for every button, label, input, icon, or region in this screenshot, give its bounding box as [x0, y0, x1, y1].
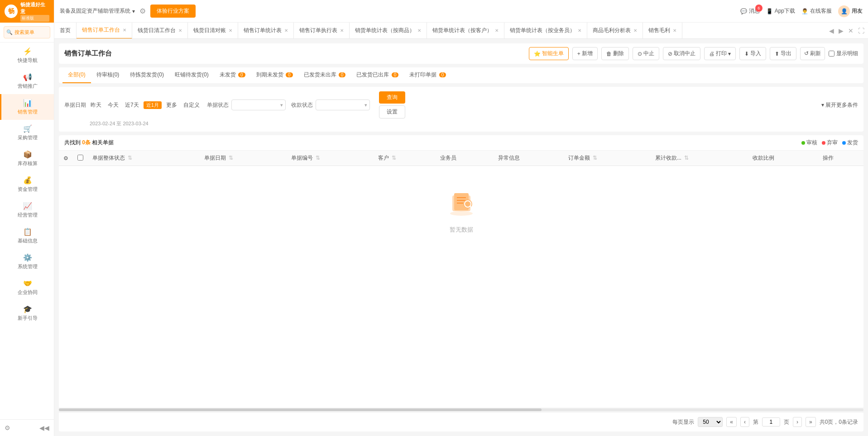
- import-button[interactable]: ⬇ 导入: [739, 47, 766, 60]
- system-title-dropdown[interactable]: 装备及固定资产辅助管理系统 ▾: [60, 7, 135, 15]
- cancel-pause-button[interactable]: ⊘ 取消中止: [663, 47, 700, 60]
- date-opt-7days[interactable]: 近7天: [123, 100, 141, 110]
- sidebar-item-operation[interactable]: 📈 经营管理: [0, 197, 54, 223]
- payment-select[interactable]: [316, 100, 370, 110]
- tab-sales-stat-customer-close[interactable]: ✕: [495, 28, 499, 33]
- subtab-pending-delivery[interactable]: 待拣货发货(0): [125, 67, 169, 83]
- expand-filter-button[interactable]: ▾ 展开更多条件: [821, 101, 858, 109]
- subtab-not-printed[interactable]: 未打印单据 0: [404, 67, 451, 83]
- prev-page-button[interactable]: ‹: [740, 417, 749, 427]
- tab-profit-analysis[interactable]: 商品毛利分析表 ✕: [587, 23, 643, 39]
- message-button[interactable]: 💬 消息 6: [740, 7, 760, 15]
- import-icon: ⬇: [744, 51, 749, 57]
- tab-cash-reconcile[interactable]: 钱货日清对账 ✕: [188, 23, 238, 39]
- tab-cash-daily[interactable]: 钱货日清工作台 ✕: [132, 23, 188, 39]
- subtab-pending[interactable]: 待审核(0): [91, 67, 125, 83]
- tabbar-controls: ◀ ▶ ✕ ⛶: [825, 26, 868, 35]
- last-page-button[interactable]: »: [806, 417, 816, 427]
- smart-create-button[interactable]: ⭐ 智能生单: [529, 47, 569, 60]
- page-number-input[interactable]: [762, 417, 780, 427]
- delete-button[interactable]: 🗑 删除: [601, 47, 629, 60]
- tab-close-all-icon[interactable]: ✕: [846, 26, 855, 35]
- tab-scroll-left-icon[interactable]: ◀: [827, 26, 836, 35]
- unapprove-batch-button[interactable]: 弃审: [822, 139, 838, 147]
- tab-sales-profit[interactable]: 销售毛利 ✕: [643, 23, 682, 39]
- page-size-select[interactable]: 10 20 50 100: [698, 417, 723, 427]
- show-detail-checkbox-label[interactable]: 显示明细: [829, 50, 858, 57]
- print-button[interactable]: 🖨 打印 ▾: [704, 47, 736, 60]
- tab-order-exec[interactable]: 销售订单执行表 ✕: [294, 23, 350, 39]
- sidebar-item-basic[interactable]: 📋 基础信息: [0, 223, 54, 249]
- approve-batch-button[interactable]: 审核: [801, 139, 817, 147]
- tab-expand-icon[interactable]: ⛶: [856, 26, 866, 35]
- tab-profit-analysis-close[interactable]: ✕: [633, 28, 637, 33]
- pause-button[interactable]: ⊙ 中止: [633, 47, 659, 60]
- solution-button[interactable]: 体验行业方案: [150, 5, 196, 18]
- online-service-button[interactable]: 👨‍💼 在线客服: [801, 7, 832, 15]
- date-opt-1month[interactable]: 近1月: [144, 101, 162, 109]
- tab-sales-stat-staff-close[interactable]: ✕: [578, 28, 581, 33]
- subtab-expired[interactable]: 到期未发货 0: [251, 67, 298, 83]
- date-opt-more[interactable]: 更多: [164, 100, 179, 110]
- date-opt-yesterday[interactable]: 昨天: [89, 100, 103, 110]
- first-page-button[interactable]: «: [726, 417, 737, 427]
- sidebar-item-sales[interactable]: 📊 销售管理: [0, 94, 54, 120]
- tab-sales-stat-product-close[interactable]: ✕: [417, 28, 421, 33]
- subtab-not-shipped[interactable]: 未发货 0: [214, 67, 251, 83]
- sort-collected-icon[interactable]: ⇅: [684, 155, 689, 161]
- ship-batch-button[interactable]: 发货: [842, 139, 858, 147]
- sidebar-item-guide[interactable]: 🎓 新手引导: [0, 300, 54, 326]
- sidebar-item-inventory[interactable]: 📦 库存核算: [0, 146, 54, 171]
- tab-order-stat[interactable]: 销售订单统计表 ✕: [238, 23, 294, 39]
- sidebar-item-marketing[interactable]: 📢 营销推广: [0, 68, 54, 94]
- col-staff: 业务员: [436, 151, 494, 166]
- tab-sales-order-close[interactable]: ✕: [123, 28, 126, 33]
- export-button[interactable]: ⬆ 导出: [770, 47, 796, 60]
- subtab-shipped-not-out[interactable]: 已发货未出库 0: [298, 67, 351, 83]
- scrollbar-thumb[interactable]: [59, 408, 542, 411]
- next-page-button[interactable]: ›: [793, 417, 802, 427]
- tab-sales-profit-close[interactable]: ✕: [673, 28, 676, 33]
- sidebar-item-quicknav[interactable]: ⚡ 快捷导航: [0, 43, 54, 68]
- subtab-shipped-out[interactable]: 已发货已出库 0: [351, 67, 404, 83]
- app-download-button[interactable]: 📱 App下载: [766, 7, 795, 15]
- tab-cash-reconcile-close[interactable]: ✕: [229, 28, 232, 33]
- refresh-button[interactable]: ↺ 刷新: [800, 47, 825, 60]
- sort-status-icon[interactable]: ⇅: [128, 155, 132, 161]
- tab-cash-daily-close[interactable]: ✕: [178, 28, 182, 33]
- status-select[interactable]: [231, 100, 286, 110]
- collapse-sidebar-icon[interactable]: ◀◀: [39, 424, 49, 431]
- horizontal-scrollbar[interactable]: [59, 408, 863, 412]
- settings-bottom-icon[interactable]: ⚙: [5, 424, 10, 431]
- sort-date-icon[interactable]: ⇅: [229, 155, 233, 161]
- sort-amount-icon[interactable]: ⇅: [593, 155, 597, 161]
- tab-sales-order[interactable]: 销售订单工作台 ✕: [77, 23, 132, 39]
- tab-sales-stat-product[interactable]: 销货单统计表（按商品） ✕: [350, 23, 427, 39]
- search-menu-button[interactable]: 🔍 搜索菜单: [4, 26, 50, 38]
- settings-filter-button[interactable]: 设置: [379, 105, 405, 118]
- subtab-all[interactable]: 全部(0): [62, 67, 91, 83]
- sidebar-item-purchase[interactable]: 🛒 采购管理: [0, 120, 54, 146]
- tab-sales-stat-staff[interactable]: 销货单统计表（按业务员） ✕: [504, 23, 587, 39]
- sidebar-item-system[interactable]: ⚙️ 系统管理: [0, 249, 54, 275]
- add-button[interactable]: + 新增: [572, 47, 598, 60]
- user-menu[interactable]: 👤 用友: [838, 5, 863, 17]
- sort-number-icon[interactable]: ⇅: [316, 155, 320, 161]
- sort-customer-icon[interactable]: ⇅: [392, 155, 396, 161]
- date-opt-today[interactable]: 今天: [106, 100, 120, 110]
- sidebar-item-guide-label: 新手引导: [18, 315, 38, 322]
- tab-scroll-right-icon[interactable]: ▶: [837, 26, 845, 35]
- select-all-checkbox[interactable]: [77, 155, 83, 161]
- date-opt-custom[interactable]: 自定义: [182, 100, 201, 110]
- query-button[interactable]: 查询: [379, 91, 405, 104]
- subtab-wangpu[interactable]: 旺铺待发货(0): [169, 67, 214, 83]
- settings-icon[interactable]: ⚙: [139, 7, 146, 15]
- tab-home[interactable]: 首页: [54, 23, 77, 39]
- tab-sales-stat-customer[interactable]: 销货单统计表（按客户） ✕: [427, 23, 504, 39]
- tab-order-stat-close[interactable]: ✕: [284, 28, 288, 33]
- sidebar-item-finance[interactable]: 💰 资金管理: [0, 171, 54, 197]
- sidebar-item-corp[interactable]: 🤝 企业协同: [0, 275, 54, 300]
- tab-order-exec-close[interactable]: ✕: [340, 28, 344, 33]
- show-detail-checkbox[interactable]: [829, 51, 834, 57]
- col-settings-icon[interactable]: ⚙: [63, 155, 68, 161]
